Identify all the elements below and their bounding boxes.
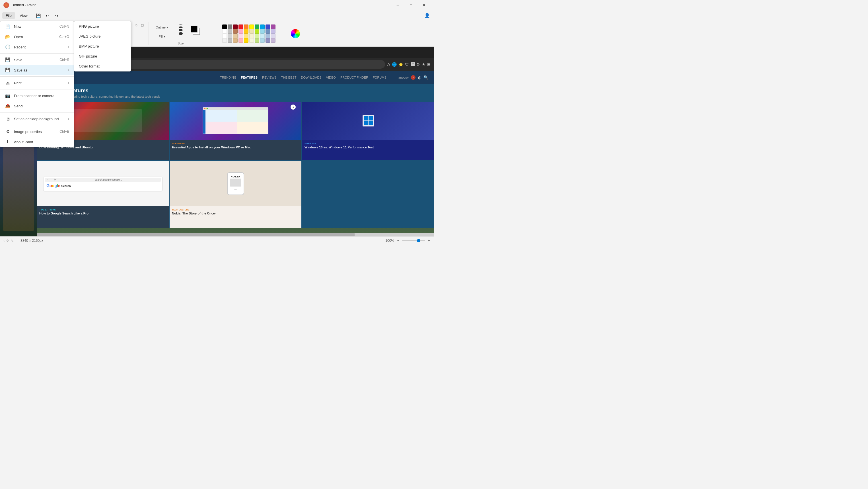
- quick-save-button[interactable]: 💾: [34, 12, 42, 20]
- close-button[interactable]: ✕: [417, 0, 431, 10]
- color-swatch-0-1[interactable]: [228, 25, 232, 29]
- maximize-button[interactable]: □: [404, 0, 417, 10]
- color-swatch-3-2[interactable]: [233, 38, 238, 43]
- color-swatch-0-5[interactable]: [249, 25, 254, 29]
- zoom-in-button[interactable]: ＋: [427, 238, 431, 243]
- color-swatch-0-7[interactable]: [260, 25, 265, 29]
- menu-new[interactable]: 📄 New Ctrl+N: [0, 21, 74, 32]
- zoom-slider[interactable]: [402, 240, 425, 241]
- saveas-gif[interactable]: GIF picture: [74, 51, 131, 61]
- saveas-png[interactable]: PNG picture: [74, 21, 131, 31]
- saveas-jpeg[interactable]: JPEG picture: [74, 31, 131, 41]
- menu-send[interactable]: 📤 Send: [0, 101, 74, 111]
- color-swatch-2-0[interactable]: [222, 34, 227, 38]
- size-2[interactable]: [179, 27, 183, 28]
- zoom-out-button[interactable]: －: [397, 238, 400, 243]
- color-swatch-3-4[interactable]: [244, 38, 248, 43]
- color-swatch-1-8[interactable]: [266, 29, 270, 34]
- color-swatch-1-6[interactable]: [255, 29, 259, 34]
- view-menu-item[interactable]: View: [16, 12, 31, 19]
- color-swatch-2-8[interactable]: [266, 34, 270, 38]
- zoom-thumb[interactable]: [417, 239, 420, 242]
- menu-saveas[interactable]: 💾 Save as ›: [0, 65, 74, 75]
- outline-button[interactable]: Outline ▾: [153, 23, 170, 31]
- nav-trending[interactable]: TRENDING: [220, 76, 236, 79]
- color-swatch-2-9[interactable]: [271, 34, 276, 38]
- color-swatch-0-9[interactable]: [271, 25, 276, 29]
- color-swatch-2-2[interactable]: [233, 34, 238, 38]
- color-swatch-1-3[interactable]: [239, 29, 243, 34]
- color-swatch-3-8[interactable]: [266, 38, 270, 43]
- horizontal-scrollbar[interactable]: [37, 233, 434, 236]
- color-picker-button[interactable]: [291, 29, 300, 38]
- menu-save[interactable]: 💾 Save Ctrl+S: [0, 55, 74, 65]
- notification-badge[interactable]: 1: [411, 75, 415, 80]
- menu-open[interactable]: 📂 Open Ctrl+O: [0, 32, 74, 42]
- color-swatch-3-9[interactable]: [271, 38, 276, 43]
- color-swatch-3-6[interactable]: [255, 38, 259, 43]
- color-swatch-3-7[interactable]: [260, 38, 265, 43]
- ext-7[interactable]: ★: [422, 62, 426, 67]
- nav-productfinder[interactable]: PRODUCT FINDER: [340, 76, 368, 79]
- resize-icon[interactable]: ⤡: [11, 239, 14, 243]
- ext-5[interactable]: 🅿: [411, 62, 415, 67]
- search-button[interactable]: 🔍: [424, 75, 428, 80]
- color-swatch-1-9[interactable]: [271, 29, 276, 34]
- ext-6[interactable]: ⚙: [416, 62, 420, 67]
- color-swatch-1-2[interactable]: [233, 29, 238, 34]
- foreground-color[interactable]: [191, 26, 197, 32]
- color-swatch-0-4[interactable]: [244, 25, 248, 29]
- ext-3[interactable]: ⭐: [398, 62, 403, 67]
- ext-4[interactable]: 🛡: [405, 62, 409, 67]
- card-4[interactable]: ← → ↻ search.google.com/se... Google Sea…: [37, 161, 169, 228]
- ext-2[interactable]: 🌐: [392, 62, 397, 67]
- menu-print[interactable]: 🖨 Print ›: [0, 78, 74, 88]
- shape-diamond[interactable]: ◇: [133, 22, 139, 28]
- shape-rounded[interactable]: ▢: [140, 22, 145, 28]
- color-swatch-1-5[interactable]: [249, 29, 254, 34]
- undo-button[interactable]: ↩: [43, 12, 52, 20]
- nav-reviews[interactable]: REVIEWS: [262, 76, 277, 79]
- card-3[interactable]: WINDOWS Windows 10 vs. Windows 11 Perfor…: [302, 102, 434, 160]
- nav-features[interactable]: FEATURES: [241, 76, 257, 79]
- ext-1[interactable]: A̤: [387, 62, 390, 67]
- color-swatch-3-3[interactable]: [239, 38, 243, 43]
- fill-button[interactable]: Fill ▾: [153, 32, 170, 40]
- nav-thebest[interactable]: THE BEST: [281, 76, 297, 79]
- card-5[interactable]: NOKIA └┘ TECH CULTURE Nokia: The Story o…: [169, 161, 301, 228]
- menu-recent[interactable]: 🕐 Recent ›: [0, 42, 74, 52]
- card-2[interactable]: ✦ SOFTWARE Essential Apps to Install on …: [169, 102, 301, 160]
- color-swatch-1-1[interactable]: [228, 29, 232, 34]
- menu-properties[interactable]: ⚙ Image properties Ctrl+E: [0, 126, 74, 137]
- color-swatch-3-0[interactable]: [222, 38, 227, 43]
- ext-8[interactable]: ⊞: [427, 62, 431, 67]
- size-3[interactable]: [179, 29, 183, 31]
- color-swatch-1-0[interactable]: [222, 29, 227, 34]
- nav-forums[interactable]: FORUMS: [373, 76, 386, 79]
- color-swatch-1-4[interactable]: [244, 29, 248, 34]
- scrollbar-thumb[interactable]: [37, 233, 354, 236]
- account-icon[interactable]: 👤: [423, 11, 432, 20]
- minimize-button[interactable]: ─: [391, 0, 404, 10]
- color-swatch-2-6[interactable]: [255, 34, 259, 38]
- theme-toggle[interactable]: ◐: [418, 75, 421, 80]
- color-swatch-0-6[interactable]: [255, 25, 259, 29]
- file-menu-item[interactable]: File: [2, 12, 15, 19]
- color-swatch-2-5[interactable]: [249, 34, 254, 38]
- prev-arrow[interactable]: ‹: [3, 239, 5, 243]
- color-swatch-0-8[interactable]: [266, 25, 270, 29]
- nav-video[interactable]: VIDEO: [326, 76, 336, 79]
- color-swatch-2-4[interactable]: [244, 34, 248, 38]
- size-4[interactable]: [179, 32, 183, 35]
- menu-desktop[interactable]: 🖥 Set as desktop background ›: [0, 114, 74, 124]
- color-swatch-2-7[interactable]: [260, 34, 265, 38]
- color-swatch-0-0[interactable]: [222, 25, 227, 29]
- color-swatch-0-3[interactable]: [239, 25, 243, 29]
- selection-icon[interactable]: ⊹: [6, 239, 9, 243]
- color-swatch-0-2[interactable]: [233, 25, 238, 29]
- menu-about[interactable]: ℹ About Paint: [0, 137, 74, 147]
- color-swatch-2-3[interactable]: [239, 34, 243, 38]
- size-1[interactable]: [179, 25, 183, 25]
- color-swatch-1-7[interactable]: [260, 29, 265, 34]
- color-swatch-3-5[interactable]: [249, 38, 254, 43]
